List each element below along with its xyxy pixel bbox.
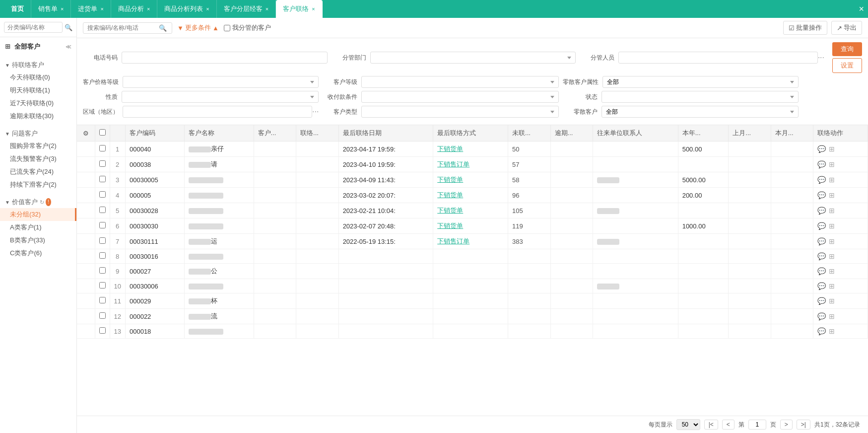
- grid-action-icon[interactable]: ⊞: [829, 312, 835, 320]
- chat-icon[interactable]: 💬: [817, 207, 826, 215]
- close-all-button[interactable]: ×: [859, 4, 864, 14]
- nav-customer-segment[interactable]: 客户分层经客 ×: [217, 0, 276, 18]
- region-dots[interactable]: ···: [312, 108, 319, 116]
- sidebar-item-class-b[interactable]: B类客户(33): [0, 234, 76, 247]
- col-unit-contact[interactable]: 往来单位联系人: [593, 125, 678, 142]
- batch-op-button[interactable]: ☑ 批量操作: [783, 21, 827, 35]
- row-last-way[interactable]: 下销售订单: [433, 157, 508, 172]
- row-checkbox[interactable]: [99, 252, 106, 259]
- col-last-month[interactable]: 上月...: [729, 125, 771, 142]
- sidebar-group-value-title[interactable]: ▼ 价值客户 ↻ !: [0, 195, 76, 208]
- row-last-way[interactable]: 下销售订单: [433, 234, 508, 249]
- sidebar-item-overdue[interactable]: 逾期未联络(30): [0, 110, 76, 123]
- row-checkbox[interactable]: [99, 282, 106, 289]
- chat-icon[interactable]: 💬: [817, 191, 826, 199]
- grid-action-icon[interactable]: ⊞: [829, 282, 835, 290]
- row-checkbox-cell[interactable]: [95, 218, 110, 234]
- reset-button[interactable]: 设置: [832, 58, 862, 73]
- sidebar-item-ungroup[interactable]: 未分组(32): [0, 208, 76, 221]
- person-input[interactable]: [618, 52, 817, 64]
- sidebar-collapse-icon[interactable]: ≪: [66, 44, 71, 50]
- row-last-way[interactable]: [433, 279, 508, 293]
- nature-select[interactable]: [122, 91, 319, 103]
- row-checkbox-cell[interactable]: [95, 279, 110, 293]
- sidebar-item-class-c[interactable]: C类客户(6): [0, 247, 76, 260]
- nav-customer-contact[interactable]: 客户联络 ×: [276, 0, 322, 18]
- col-last-way[interactable]: 最后联络方式: [433, 125, 508, 142]
- chat-icon[interactable]: 💬: [817, 312, 826, 320]
- sidebar-search-input[interactable]: [4, 22, 63, 33]
- refresh-icon[interactable]: ↻: [40, 199, 44, 206]
- grid-action-icon[interactable]: ⊞: [829, 267, 835, 275]
- nav-analysis[interactable]: 商品分析 ×: [111, 0, 157, 18]
- grid-action-icon[interactable]: ⊞: [829, 297, 835, 305]
- select-all-checkbox[interactable]: [99, 129, 106, 136]
- retail-customer-select[interactable]: 全部: [601, 106, 799, 118]
- chat-icon[interactable]: 💬: [817, 145, 826, 153]
- customer-level-select[interactable]: [361, 76, 558, 88]
- nav-analysis-list[interactable]: 商品分析列表 ×: [157, 0, 216, 18]
- my-customers-checkbox[interactable]: [224, 25, 230, 31]
- person-dots[interactable]: ···: [818, 54, 824, 62]
- nav-analysis-list-close[interactable]: ×: [206, 6, 209, 12]
- grid-action-icon[interactable]: ⊞: [829, 176, 835, 184]
- row-checkbox[interactable]: [99, 176, 106, 182]
- row-last-way[interactable]: [433, 293, 508, 309]
- row-last-way[interactable]: [433, 264, 508, 279]
- chat-icon[interactable]: 💬: [817, 282, 826, 290]
- grid-action-icon[interactable]: ⊞: [829, 145, 835, 153]
- chat-icon[interactable]: 💬: [817, 160, 826, 168]
- main-search-input[interactable]: [87, 24, 157, 31]
- sidebar-item-tomorrow[interactable]: 明天待联络(1): [0, 84, 76, 97]
- nav-sales-close[interactable]: ×: [61, 6, 64, 12]
- chat-icon[interactable]: 💬: [817, 252, 826, 260]
- main-search-icon[interactable]: 🔍: [159, 24, 167, 32]
- sidebar-item-abnormal[interactable]: 囤购异常客户(2): [0, 140, 76, 152]
- sidebar-item-declining[interactable]: 持续下滑客户(2): [0, 178, 76, 191]
- row-checkbox[interactable]: [99, 267, 106, 274]
- sidebar-search-icon[interactable]: 🔍: [65, 24, 72, 31]
- row-last-way[interactable]: 下销货单: [433, 188, 508, 203]
- price-level-select[interactable]: [123, 76, 319, 88]
- row-checkbox-cell[interactable]: [95, 188, 110, 203]
- payment-select[interactable]: [361, 91, 558, 103]
- row-checkbox-cell[interactable]: [95, 249, 110, 264]
- row-checkbox-cell[interactable]: [95, 309, 110, 324]
- row-checkbox[interactable]: [99, 297, 106, 303]
- row-last-way[interactable]: 下销货单: [433, 172, 508, 188]
- nav-home[interactable]: 首页: [4, 0, 31, 18]
- sidebar-item-today[interactable]: 今天待联络(0): [0, 71, 76, 84]
- chat-icon[interactable]: 💬: [817, 222, 826, 230]
- nav-purchase-close[interactable]: ×: [100, 6, 103, 12]
- row-checkbox[interactable]: [99, 191, 106, 198]
- row-checkbox-cell[interactable]: [95, 172, 110, 188]
- my-customers-checkbox-area[interactable]: 我分管的客户: [224, 23, 271, 32]
- nav-analysis-close[interactable]: ×: [147, 6, 150, 12]
- sidebar-all-customers[interactable]: ⊞ 全部客户 ≪: [0, 39, 76, 54]
- row-checkbox[interactable]: [99, 327, 106, 334]
- grid-action-icon[interactable]: ⊞: [829, 252, 835, 260]
- grid-action-icon[interactable]: ⊞: [829, 237, 835, 245]
- col-this-month[interactable]: 本月...: [771, 125, 813, 142]
- grid-action-icon[interactable]: ⊞: [829, 191, 835, 199]
- retail-attr-select[interactable]: 全部: [602, 76, 799, 88]
- grid-action-icon[interactable]: ⊞: [829, 327, 835, 335]
- nav-customer-contact-close[interactable]: ×: [312, 6, 315, 12]
- col-this-year[interactable]: 本年...: [678, 125, 729, 142]
- export-button[interactable]: ↗ 导出: [831, 21, 862, 35]
- chat-icon[interactable]: 💬: [817, 176, 826, 184]
- row-checkbox[interactable]: [99, 145, 106, 151]
- per-page-select[interactable]: 50: [676, 419, 700, 430]
- col-name[interactable]: 客户名称: [184, 125, 254, 142]
- sidebar-item-class-a[interactable]: A类客户(1): [0, 221, 76, 234]
- row-checkbox-cell[interactable]: [95, 203, 110, 218]
- prev-page-btn[interactable]: <: [722, 420, 734, 430]
- last-page-btn[interactable]: >|: [797, 420, 810, 430]
- row-checkbox-cell[interactable]: [95, 157, 110, 172]
- grid-action-icon[interactable]: ⊞: [829, 222, 835, 230]
- col-code[interactable]: 客户编码: [125, 125, 184, 142]
- row-checkbox[interactable]: [99, 312, 106, 319]
- sidebar-item-7days[interactable]: 近7天待联络(0): [0, 97, 76, 110]
- row-checkbox[interactable]: [99, 222, 106, 228]
- row-checkbox-cell[interactable]: [95, 293, 110, 309]
